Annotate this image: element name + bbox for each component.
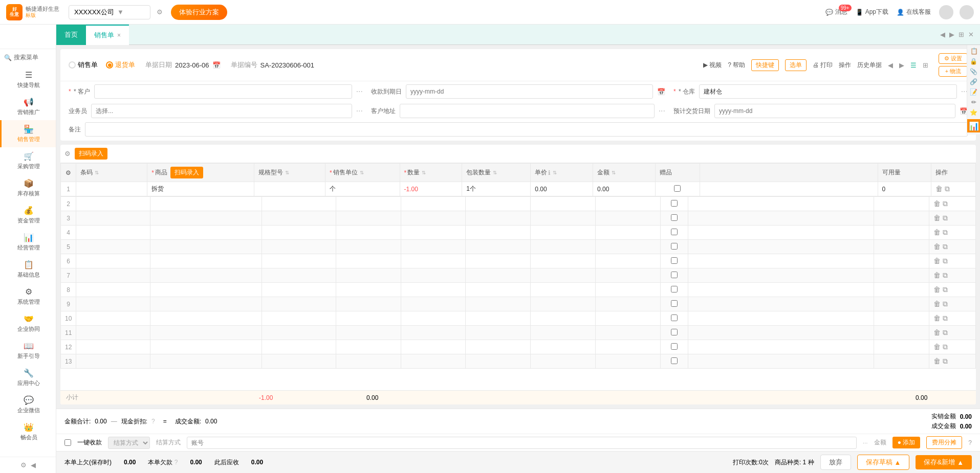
cell-gift[interactable] — [660, 283, 688, 297]
cell-spec[interactable] — [262, 297, 336, 311]
cell-barcode[interactable] — [76, 311, 150, 326]
cell-product[interactable] — [150, 297, 262, 311]
company-selector[interactable]: XXXXXX公司 ▼ — [69, 5, 150, 19]
delete-row-icon[interactable]: 🗑 — [933, 257, 941, 265]
cell-qty[interactable] — [401, 283, 466, 297]
account-more-icon[interactable]: ··· — [863, 439, 868, 446]
sidebar-item-wechat[interactable]: 💬 企业微信 — [0, 391, 56, 418]
online-service-icon[interactable]: 👤 在线客服 — [897, 8, 931, 16]
copy-row-icon[interactable]: ⧉ — [943, 228, 948, 237]
right-panel-icon-8[interactable]: 📊 — [967, 119, 981, 132]
right-panel-icon-5[interactable]: 📝 — [970, 88, 977, 96]
cell-product[interactable] — [150, 268, 262, 283]
cell-product[interactable] — [150, 211, 262, 226]
cell-gift[interactable] — [660, 211, 688, 226]
cell-qty[interactable] — [401, 340, 466, 354]
cell-product[interactable] — [150, 326, 262, 340]
delivery-input[interactable] — [714, 104, 955, 118]
settings-btn[interactable]: ⚙ 设置 — [939, 53, 968, 64]
copy-row-icon[interactable]: ⧉ — [943, 328, 948, 337]
cell-unit[interactable] — [336, 211, 401, 226]
debt-help-icon[interactable]: ? — [175, 459, 178, 466]
cell-unit[interactable] — [336, 226, 401, 240]
delete-row-icon[interactable]: 🗑 — [933, 328, 941, 337]
gift-checkbox[interactable] — [674, 185, 681, 192]
cell-spec[interactable] — [262, 354, 336, 369]
delete-row-icon[interactable]: 🗑 — [933, 199, 941, 208]
copy-row-icon[interactable]: ⧉ — [943, 314, 948, 323]
sidebar-item-marketing[interactable]: 📢 营销推广 — [0, 93, 56, 120]
right-panel-icon-3[interactable]: 📎 — [970, 68, 977, 75]
grid-view-icon[interactable]: ⊞ — [923, 61, 928, 69]
customer-more-icon[interactable]: ··· — [356, 87, 363, 96]
sidebar-search[interactable]: 🔍 搜索菜单 — [0, 49, 56, 66]
radio-sales-order[interactable]: 销售单 — [69, 60, 98, 70]
cell-gift[interactable] — [655, 182, 700, 196]
customer-input[interactable] — [94, 84, 352, 99]
gift-checkbox[interactable] — [671, 272, 678, 278]
cell-price[interactable] — [531, 340, 596, 354]
copy-row-icon[interactable]: ⧉ — [943, 357, 948, 366]
sidebar-item-purchase[interactable]: 🛒 采购管理 — [0, 147, 56, 174]
cell-price[interactable] — [531, 268, 596, 283]
cell-pkg[interactable] — [466, 240, 531, 254]
gift-checkbox[interactable] — [671, 329, 678, 335]
print-btn[interactable]: 🖨 打印 — [813, 61, 833, 70]
cell-amount[interactable] — [596, 240, 661, 254]
cell-spec[interactable] — [262, 240, 336, 254]
one-click-checkbox[interactable] — [64, 439, 71, 446]
cell-unit[interactable]: 个 — [325, 182, 400, 196]
cell-amount[interactable]: 0.00 — [593, 182, 655, 196]
gift-checkbox[interactable] — [671, 286, 678, 292]
cell-spec[interactable] — [262, 283, 336, 297]
cell-qty[interactable] — [401, 211, 466, 226]
cell-price[interactable] — [531, 226, 596, 240]
cell-pkg[interactable] — [466, 226, 531, 240]
cell-price[interactable] — [531, 254, 596, 268]
cell-amount[interactable] — [596, 197, 661, 211]
cell-amount[interactable] — [596, 254, 661, 268]
sidebar-item-guide[interactable]: 📖 新手引导 — [0, 337, 56, 364]
account-input[interactable] — [187, 437, 857, 449]
save-new-button[interactable]: 保存&新增 ▲ — [916, 455, 972, 469]
cell-product[interactable] — [150, 226, 262, 240]
cell-qty[interactable] — [401, 268, 466, 283]
delete-row-icon[interactable]: 🗑 — [933, 314, 941, 323]
cell-gift[interactable] — [660, 226, 688, 240]
cell-spec[interactable] — [254, 182, 325, 196]
logistics-btn[interactable]: + 物流 — [939, 66, 968, 77]
cell-price[interactable]: 0.00 — [531, 182, 593, 196]
cell-barcode[interactable] — [76, 182, 147, 196]
cell-pkg[interactable] — [466, 268, 531, 283]
delete-row-icon[interactable]: 🗑 — [933, 271, 941, 280]
cell-amount[interactable] — [596, 226, 661, 240]
copy-row-icon[interactable]: ⧉ — [943, 343, 948, 351]
calendar-icon[interactable]: 📅 — [212, 61, 221, 69]
salesperson-input[interactable] — [91, 104, 352, 118]
cell-barcode[interactable] — [76, 283, 150, 297]
delete-row-icon[interactable]: 🗑 — [933, 285, 941, 294]
gift-checkbox[interactable] — [671, 243, 678, 250]
app-download-icon[interactable]: 📱 App下载 — [856, 8, 888, 16]
cell-gift[interactable] — [660, 326, 688, 340]
cell-amount[interactable] — [596, 268, 661, 283]
cell-pkg[interactable] — [466, 340, 531, 354]
cell-spec[interactable] — [262, 326, 336, 340]
cell-qty[interactable] — [401, 326, 466, 340]
cell-pkg[interactable] — [466, 283, 531, 297]
cell-pkg[interactable] — [466, 326, 531, 340]
cell-qty[interactable]: -1.00 — [400, 182, 462, 196]
cell-barcode[interactable] — [76, 268, 150, 283]
cell-spec[interactable] — [262, 226, 336, 240]
cell-pkg[interactable]: 1个 — [462, 182, 531, 196]
cell-amount[interactable] — [596, 354, 661, 369]
gift-checkbox[interactable] — [671, 300, 678, 307]
sidebar-item-system[interactable]: ⚙ 系统管理 — [0, 283, 56, 310]
gift-checkbox[interactable] — [671, 343, 678, 350]
cell-qty[interactable] — [401, 297, 466, 311]
cell-barcode[interactable] — [76, 340, 150, 354]
cell-price[interactable] — [531, 240, 596, 254]
shortcut-btn[interactable]: 快捷键 — [751, 59, 779, 71]
right-panel-icon-2[interactable]: 🔒 — [970, 58, 977, 65]
cell-unit[interactable] — [336, 354, 401, 369]
